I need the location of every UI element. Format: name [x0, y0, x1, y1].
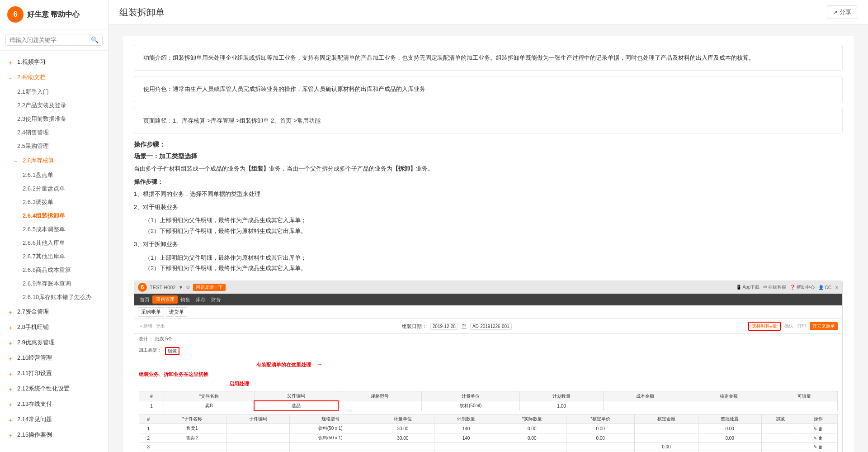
- td-l-cost2-3: 0.00: [635, 443, 698, 451]
- nav-item-label: 2.11打印设置: [17, 369, 52, 377]
- table-row: 2 售卖 2 饮料(50 x 1) 30.00 140 0.00 0.00: [139, 433, 838, 443]
- nav-item-label: 2.8手机旺铺: [17, 323, 49, 331]
- th-l-cost1: *核定单价: [566, 414, 634, 424]
- mock-app-icon: 📱 App下载: [736, 284, 760, 290]
- expand-icon: ＋: [7, 416, 14, 423]
- td-l-spec-1: 饮料(50 x 1): [290, 424, 371, 433]
- mock-form-area: 加工类型： 组装: [134, 344, 842, 360]
- mock-nav-home: 首页: [137, 296, 152, 303]
- sidebar-item-2-6-8[interactable]: 2.6.8商品成本重算: [0, 263, 108, 277]
- sidebar-item-2-6-7[interactable]: 2.6.7其他出库单: [0, 250, 108, 263]
- lower-header-row: # *子件名称 子件编码 规格型号 计量单位 计划数量 *实际数量 *核定单价 …: [139, 414, 838, 424]
- sidebar-item-2-12[interactable]: ＋ 2.12系统个性化设置: [0, 381, 108, 396]
- td-l-op-2: [761, 433, 799, 443]
- mock-ann1-arrow: →: [316, 361, 323, 368]
- td-l-action-1[interactable]: ✎ 🗑: [799, 424, 837, 433]
- search-area: 🔍: [0, 29, 108, 51]
- mock-detail-bar: 总计： 批次 5个: [134, 334, 842, 344]
- scene-title: 场景一：加工类型选择: [134, 152, 843, 161]
- sidebar-item-2-6-4[interactable]: 2.6.4组装拆卸单: [0, 209, 108, 223]
- td-l-op-3: [761, 443, 799, 451]
- sidebar-item-2-5[interactable]: 2.5采购管理: [0, 139, 108, 153]
- sidebar-item-2-9[interactable]: ＋ 2.9优惠券管理: [0, 335, 108, 350]
- sidebar-item-docs[interactable]: － 2.帮助文档: [0, 70, 108, 85]
- mock-count: 总计：: [139, 336, 152, 342]
- td-l-cost1-2: 0.00: [566, 433, 634, 443]
- sidebar-item-2-6-10[interactable]: 2.6.10库存账本错了怎么办: [0, 290, 108, 304]
- nav-item-label: 2.6库存核算: [23, 157, 54, 165]
- mock-topbar-right: 📱 App下载 ✉ 在线客服 ❓ 帮助中心 👤 CC ✕: [736, 284, 839, 290]
- table-row: 1 售卖1 饮料(50 x 1) 30.00 140 0.00 0.00: [139, 424, 838, 433]
- sidebar-item-2-11[interactable]: ＋ 2.11打印设置: [0, 366, 108, 381]
- step-2-1: （1）上部明细为父件明细，最终作为产成品生成其它入库单；: [134, 215, 843, 225]
- mock-user: 👤 CC: [818, 285, 831, 290]
- mock-export-btn[interactable]: 导出: [156, 323, 165, 329]
- sidebar-item-2-6-9[interactable]: 2.6.9库存账本查询: [0, 277, 108, 290]
- td-l-name-3: [158, 443, 226, 451]
- mock-confirm-btn[interactable]: 确认: [784, 323, 793, 329]
- sidebar-item-2-4[interactable]: 2.4销售管理: [0, 126, 108, 139]
- table-row: 1 卖B 选品 饮料(50ml) 1.00: [139, 401, 838, 411]
- step-3-2: （2）下部明细为子件明细，最终作为产成品生成其它入库单。: [134, 263, 843, 273]
- sidebar-item-video[interactable]: ＋ 1.视频学习: [0, 54, 108, 70]
- mock-tab-2[interactable]: 进货单: [166, 307, 187, 317]
- td-l-action-2[interactable]: ✎ 🗑: [799, 433, 837, 443]
- sidebar-item-2-10[interactable]: ＋ 2.10经营管理: [0, 350, 108, 366]
- search-input[interactable]: [9, 37, 91, 43]
- sidebar-item-2-6-1[interactable]: 2.6.1盘点单: [0, 168, 108, 182]
- mock-configure-btn[interactable]: 选择时料#量: [748, 322, 781, 331]
- expand-icon: ＋: [7, 59, 14, 65]
- sidebar-item-2-15[interactable]: ＋ 2.15操作案例: [0, 427, 108, 442]
- td-l-cost1-3: [566, 443, 634, 451]
- search-button[interactable]: 🔍: [91, 36, 99, 43]
- td-actual: [604, 401, 687, 411]
- mock-tab-1[interactable]: 采购帐单: [138, 307, 164, 317]
- mock-add-btn[interactable]: ＋新增: [139, 323, 152, 329]
- sidebar-item-2-6-6[interactable]: 2.6.6其他入库单: [0, 236, 108, 250]
- content-wrapper: 功能介绍：组装拆卸单用来处理企业组装或拆卸等加工业务，支持有固定装配清单的产品加…: [123, 36, 854, 452]
- share-button[interactable]: ↗ 分享: [827, 5, 857, 19]
- mock-ann4-text: 启用处理: [225, 380, 842, 388]
- sidebar-item-2-13[interactable]: ＋ 2.13在线支付: [0, 396, 108, 412]
- td-l-unit-1: 30.00: [371, 424, 434, 433]
- td-l-spec-3: [290, 443, 371, 451]
- mock-subtabs: 采购帐单 进货单: [134, 305, 842, 319]
- td-l-action-3[interactable]: ✎ 🗑: [799, 443, 837, 451]
- logo-icon: 6: [7, 6, 24, 23]
- sidebar-item-2-2[interactable]: 2.2产品安装及登录: [0, 99, 108, 112]
- mock-feedback: ✉ 在线客服: [763, 284, 786, 290]
- sidebar-item-2-3[interactable]: 2.3使用前数据准备: [0, 112, 108, 126]
- mock-help: ❓ 帮助中心: [790, 284, 815, 290]
- page-header: 组装拆卸单 ↗ 分享: [108, 0, 868, 25]
- sidebar-item-2-6[interactable]: － 2.6库存核算: [0, 153, 108, 168]
- mock-other-btn[interactable]: 其它来源单: [810, 322, 838, 330]
- mock-print-btn[interactable]: 打印: [797, 323, 806, 329]
- th-l-batch: 整批处置: [698, 414, 761, 424]
- sidebar-item-2-8[interactable]: ＋ 2.8手机旺铺: [0, 319, 108, 335]
- sidebar-item-2-6-2[interactable]: 2.6.2分量盘点单: [0, 182, 108, 195]
- sidebar-item-2-6-3[interactable]: 2.6.3调拨单: [0, 195, 108, 209]
- th-spec: 规格型号: [338, 391, 422, 401]
- td-l-name-1: 售卖1: [158, 424, 226, 433]
- mock-date-from[interactable]: 2019-12-28: [430, 323, 458, 330]
- sidebar-item-2-1[interactable]: 2.1新手入门: [0, 85, 108, 99]
- mock-nav-stock: 库存: [193, 296, 208, 303]
- mock-date-to[interactable]: AD-20191226-001: [470, 323, 512, 330]
- mock-ann1-text: 有装配清单的在这里处理: [256, 362, 311, 367]
- role-block: 使用角色：通常由生产人员或库管人员完成拆装业务的操作，库管人员确认原材料的出库和…: [134, 76, 843, 102]
- sidebar-item-2-14[interactable]: ＋ 2.14常见问题: [0, 412, 108, 427]
- td-l-batch-3: [698, 443, 761, 451]
- td-l-cost2-2: [635, 433, 698, 443]
- td-spec: [338, 401, 422, 411]
- sidebar-item-2-6-5[interactable]: 2.6.5成本调整单: [0, 223, 108, 236]
- sidebar-item-2-7[interactable]: ＋ 2.7资金管理: [0, 304, 108, 319]
- mock-close[interactable]: ✕: [835, 285, 839, 290]
- td-plan: 1.00: [520, 401, 604, 411]
- nav-item-label: 2.10经营管理: [17, 354, 52, 362]
- logo-text: 好生意 帮助中心: [27, 10, 80, 19]
- expand-icon: ＋: [7, 324, 14, 330]
- main-area: 组装拆卸单 ↗ 分享 功能介绍：组装拆卸单用来处理企业组装或拆卸等加工业务，支持…: [108, 0, 868, 452]
- collapse-icon: －: [7, 74, 14, 81]
- mock-type-value[interactable]: 组装: [165, 347, 179, 355]
- mock-table-lower: # *子件名称 子件编码 规格型号 计量单位 计划数量 *实际数量 *核定单价 …: [139, 414, 838, 452]
